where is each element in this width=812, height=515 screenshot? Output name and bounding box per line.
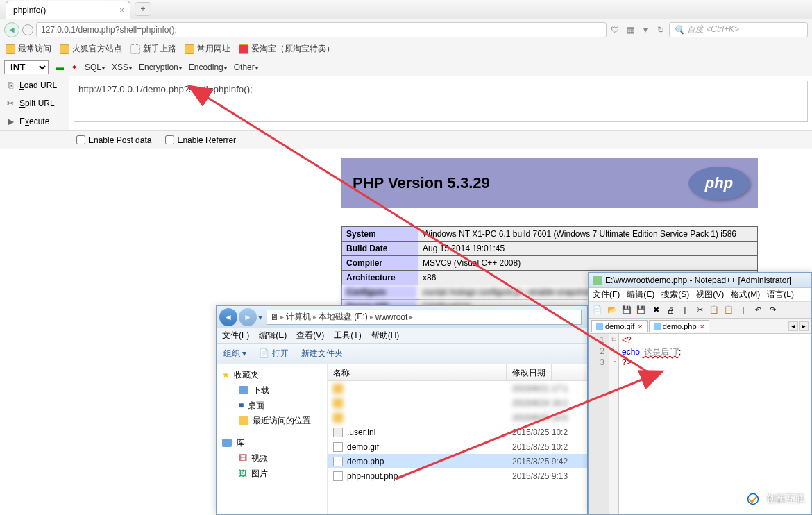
hackbar-url-area [69,76,812,130]
tab-prev-icon[interactable]: ◄ [788,321,798,331]
copy-icon[interactable]: 📋 [708,304,720,316]
encoding-menu[interactable]: Encoding [189,62,227,72]
reload-icon[interactable]: ↻ [655,24,666,35]
menu-help[interactable]: 帮助(H) [371,330,400,341]
db-icon[interactable]: ▬ [56,62,64,72]
editor-tab-active[interactable]: demo.php× [649,320,709,332]
explorer-window: ◄ ► ▾ 🖥▸ 计算机▸ 本地磁盘 (E:)▸ wwwroot▸ 文件(F) … [216,305,588,515]
menu-view[interactable]: 查看(V) [296,330,324,341]
print-icon[interactable]: 🖨 [664,304,677,316]
load-url-button[interactable]: ⎘Load URL [0,76,69,94]
list-item[interactable]: .user.ini2015/8/25 10:2 [328,425,587,439]
qr-icon[interactable]: ▦ [625,24,636,35]
bookmark-item[interactable]: 常用网址 [185,43,230,55]
undo-icon[interactable]: ↶ [752,304,764,316]
hackbar-body: ⎘Load URL ✂Split URL ▶Execute [0,76,812,131]
explorer-menu: 文件(F) 编辑(E) 查看(V) 工具(T) 帮助(H) [217,328,587,344]
organize-button[interactable]: 组织 ▾ [223,348,246,360]
bookmark-item[interactable]: 爱淘宝（原淘宝特卖） [239,43,335,55]
php-logo: php [688,167,750,200]
table-row: Build DateAug 15 2014 19:01:45 [342,242,758,256]
explorer-nav: ◄ ► ▾ 🖥▸ 计算机▸ 本地磁盘 (E:)▸ wwwroot▸ [217,306,587,328]
star-icon[interactable]: ✦ [71,62,78,72]
menu-tools[interactable]: 工具(T) [334,330,361,341]
table-row: CompilerMSVC9 (Visual C++ 2008) [342,256,758,271]
save-icon[interactable]: 💾 [620,304,633,316]
explorer-forward-button[interactable]: ► [239,308,257,326]
list-item[interactable]: 2015/8/21 17:1 [328,381,587,396]
new-icon[interactable]: 📄 [591,304,604,316]
menu-language[interactable]: 语言(L) [767,289,794,301]
menu-file[interactable]: 文件(F) [222,330,249,341]
explorer-file-list: 名称修改日期 2015/8/21 17:1 2015/8/24 16:2 201… [328,364,587,514]
enable-referrer-checkbox[interactable]: Enable Referrer [165,135,236,145]
back-button[interactable]: ◄ [4,22,19,37]
sql-menu[interactable]: SQL [85,62,105,72]
bookmark-item[interactable]: 火狐官方站点 [60,43,122,55]
close-icon[interactable]: × [119,6,124,15]
open-icon[interactable]: 📂 [606,304,618,316]
dropdown-icon[interactable]: ▾ [640,24,651,35]
sidebar-library[interactable]: 库 [217,435,327,450]
enable-post-checkbox[interactable]: Enable Post data [76,135,151,145]
notepadpp-tabs: demo.gif× demo.php× ◄► [589,319,811,334]
explorer-toolbar: 组织 ▾ 📄 打开 新建文件夹 [217,344,587,364]
explorer-back-button[interactable]: ◄ [219,308,237,326]
hackbar-url-input[interactable] [74,81,808,122]
code-area[interactable]: <? echo '这是后门'; ?> [619,334,811,514]
sidebar-item-pictures[interactable]: 🖼图片 [217,466,327,481]
notepadpp-editor[interactable]: 123 ⊟│└ <? echo '这是后门'; ?> [589,334,811,514]
close-icon[interactable]: ✖ [650,304,662,316]
browser-tab-bar: phpinfo() × + [0,0,812,19]
xss-menu[interactable]: XSS [112,62,132,72]
menu-search[interactable]: 搜索(S) [661,289,689,301]
sidebar-item-recent[interactable]: 最近访问的位置 [217,413,327,428]
menu-edit[interactable]: 编辑(E) [259,330,287,341]
hackbar-options: Enable Post data Enable Referrer [0,131,812,149]
url-input[interactable]: 127.0.0.1/demo.php?shell=phpinfo(); [36,22,607,37]
bookmark-item[interactable]: 最常访问 [6,43,51,55]
menu-format[interactable]: 格式(M) [731,289,760,301]
watermark-logo [744,490,762,508]
search-input[interactable]: 🔍 百度 <Ctrl+K> [669,22,808,37]
sidebar-item-desktop[interactable]: ■桌面 [217,398,327,413]
notepadpp-window: E:\wwwroot\demo.php - Notepad++ [Adminis… [588,272,812,515]
shield-icon[interactable]: 🛡 [609,24,620,35]
sidebar-item-videos[interactable]: 🎞视频 [217,450,327,466]
computer-icon: 🖥 [270,312,278,322]
browser-tab[interactable]: phpinfo() × [6,1,130,19]
encryption-menu[interactable]: Encryption [139,62,182,72]
notepadpp-icon [593,276,602,285]
tab-next-icon[interactable]: ► [799,321,809,331]
new-folder-button[interactable]: 新建文件夹 [301,348,343,360]
cut-icon[interactable]: ✂ [693,304,706,316]
column-headers[interactable]: 名称修改日期 [328,364,587,381]
redo-icon[interactable]: ↷ [766,304,779,316]
saveall-icon[interactable]: 💾 [635,304,648,316]
paste-icon[interactable]: 📋 [722,304,735,316]
list-item[interactable]: 2015/8/20 14:5 [328,410,587,425]
sidebar-item-downloads[interactable]: 下载 [217,382,327,398]
other-menu[interactable]: Other [234,62,258,72]
fold-gutter: ⊟│└ [609,334,619,514]
chevron-down-icon[interactable]: ▾ [258,312,262,322]
new-tab-button[interactable]: + [135,2,151,16]
open-button[interactable]: 📄 打开 [259,348,288,360]
list-item[interactable]: 2015/8/24 16:2 [328,396,587,410]
split-url-button[interactable]: ✂Split URL [0,94,69,112]
breadcrumb[interactable]: 🖥▸ 计算机▸ 本地磁盘 (E:)▸ wwwroot▸ [267,310,582,325]
editor-tab[interactable]: demo.gif× [591,320,648,332]
sidebar-favorites[interactable]: ★收藏夹 [217,367,327,382]
menu-edit[interactable]: 编辑(E) [627,289,654,301]
list-item[interactable]: demo.gif2015/8/25 10:2 [328,439,587,454]
address-icons: 🛡 ▦ ▾ ↻ [609,24,666,35]
notepadpp-titlebar[interactable]: E:\wwwroot\demo.php - Notepad++ [Adminis… [589,273,811,288]
menu-view[interactable]: 视图(V) [696,289,724,301]
list-item[interactable]: php-input.php2015/8/25 9:13 [328,468,587,483]
int-select[interactable]: INT [4,60,49,74]
bookmark-item[interactable]: 新手上路 [130,43,176,55]
menu-file[interactable]: 文件(F) [593,289,620,301]
phpinfo-header: PHP Version 5.3.29 php [341,158,758,208]
list-item-selected[interactable]: demo.php2015/8/25 9:42 [328,454,587,468]
execute-button[interactable]: ▶Execute [0,112,69,130]
